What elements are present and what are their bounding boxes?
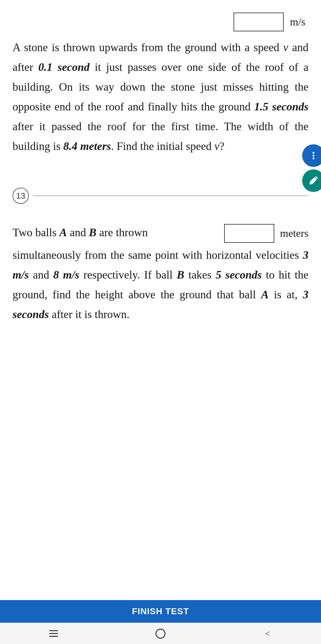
menu-lines-icon — [49, 630, 58, 637]
q13-answer-input[interactable] — [224, 224, 274, 243]
nav-menu-button[interactable] — [44, 627, 63, 641]
q12-answer-area: m/s — [13, 13, 308, 31]
q13-answer-row: Two balls A and B are thrown meters — [13, 223, 308, 243]
q12-unit: m/s — [290, 16, 305, 28]
q12-time2: 1.5 seconds — [254, 100, 308, 113]
q13-vel2: 8 m/s — [53, 269, 79, 281]
pencil-icon — [308, 175, 319, 186]
q12-width: 8.4 meters — [63, 140, 111, 152]
q12-v1: v — [283, 41, 288, 54]
floating-buttons — [302, 144, 321, 192]
chevron-left-icon: < — [265, 629, 270, 639]
finish-test-label: FINISH TEST — [132, 606, 189, 616]
q13-remaining-text: simultaneously from the same point with … — [13, 245, 308, 324]
q12-line1: A stone is thrown upwards from the groun… — [13, 41, 308, 152]
divider-line-13 — [33, 195, 308, 196]
section-divider-13: 13 — [0, 181, 321, 210]
page-container: m/s A stone is thrown upwards from the g… — [0, 0, 321, 644]
circle-icon — [155, 629, 166, 639]
question-12-section: m/s A stone is thrown upwards from the g… — [0, 0, 321, 175]
q13-ballA1: A — [59, 226, 67, 239]
options-button[interactable] — [302, 144, 321, 167]
q12-v2: v — [214, 140, 219, 152]
question-13-section: Two balls A and B are thrown meters simu… — [0, 216, 321, 356]
q13-time1: 5 seconds — [216, 269, 262, 281]
q13-text-col: Two balls A and B are thrown — [13, 223, 217, 242]
q13-ballB1: B — [89, 226, 96, 239]
nav-bar: < — [0, 623, 321, 644]
q13-answer-area: meters — [222, 223, 308, 243]
dots-icon — [313, 152, 314, 159]
q12-answer-input[interactable] — [234, 13, 284, 31]
finish-test-bar[interactable]: FINISH TEST — [0, 600, 321, 623]
q12-time1: 0.1 second — [38, 61, 89, 73]
q13-unit: meters — [280, 227, 308, 239]
q13-ballA2: A — [261, 288, 269, 301]
q13-text-part1: Two balls A and B are thrown — [13, 223, 217, 242]
pencil-button[interactable] — [302, 169, 321, 192]
q12-text: A stone is thrown upwards from the groun… — [13, 38, 308, 156]
section-number-13: 13 — [13, 188, 29, 204]
nav-home-button[interactable] — [151, 627, 170, 641]
nav-back-button[interactable]: < — [258, 627, 277, 641]
q13-ballB2: B — [177, 269, 184, 281]
